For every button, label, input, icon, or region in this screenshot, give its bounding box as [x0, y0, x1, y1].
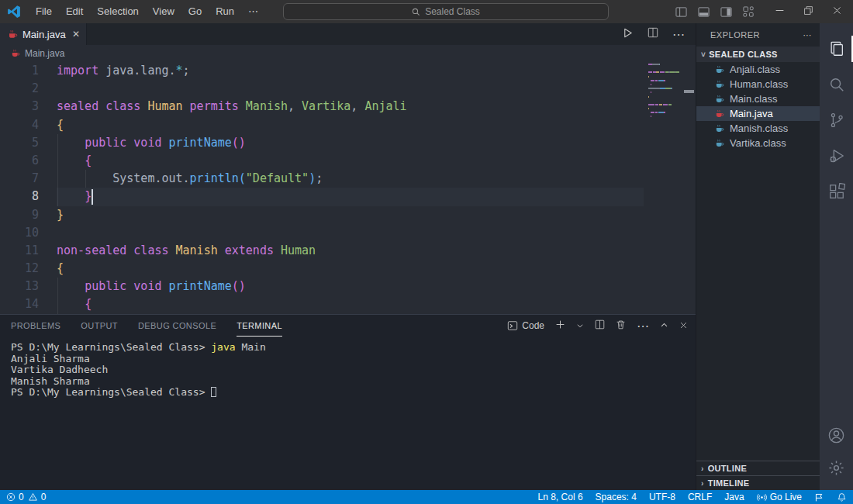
- explorer-activity-icon[interactable]: [820, 33, 853, 65]
- code-line-12: 12{: [0, 260, 696, 278]
- code-editor[interactable]: 1import java.lang.*;23sealed class Human…: [0, 62, 696, 314]
- settings-gear-icon[interactable]: [820, 451, 853, 484]
- code-line-2: 2: [0, 80, 696, 98]
- terminal-output[interactable]: PS D:\My Learnings\Sealed Class> java Ma…: [0, 337, 696, 399]
- broadcast-icon: [757, 492, 767, 502]
- menu-selection[interactable]: Selection: [90, 0, 145, 23]
- eol-sequence[interactable]: CRLF: [688, 492, 712, 502]
- command-center-search[interactable]: Sealed Class: [283, 3, 609, 20]
- bottom-panel: PROBLEMS OUTPUT DEBUG CONSOLE TERMINAL C…: [0, 314, 696, 490]
- overview-ruler-cursor-mark: [684, 90, 694, 93]
- explorer-more-actions-icon[interactable]: ⋯: [803, 30, 813, 40]
- close-panel-icon[interactable]: [679, 319, 688, 333]
- encoding[interactable]: UTF-8: [649, 492, 675, 502]
- tab-close-icon[interactable]: ✕: [72, 29, 80, 40]
- code-text: {: [39, 295, 92, 313]
- tab-bar: Main.java ✕ ⋯: [0, 23, 696, 45]
- split-editor-icon[interactable]: [648, 27, 658, 41]
- line-number: 13: [0, 278, 39, 295]
- run-file-button[interactable]: [622, 27, 634, 42]
- restore-button[interactable]: [803, 5, 813, 19]
- outline-section[interactable]: › OUTLINE: [696, 461, 820, 475]
- tab-output[interactable]: OUTPUT: [81, 315, 118, 337]
- line-number: 6: [0, 152, 39, 170]
- more-actions-icon[interactable]: ⋯: [672, 27, 685, 42]
- maximize-panel-icon[interactable]: [660, 319, 668, 333]
- run-debug-activity-icon[interactable]: [820, 140, 853, 172]
- timeline-section[interactable]: › TIMELINE: [696, 475, 820, 490]
- new-terminal-button[interactable]: [555, 319, 565, 333]
- cursor-position[interactable]: Ln 8, Col 6: [538, 492, 583, 502]
- customize-layout-icon[interactable]: [743, 6, 755, 18]
- search-activity-icon[interactable]: [820, 68, 853, 101]
- file-row-main-java[interactable]: Main.java: [696, 106, 820, 121]
- explorer-title: EXPLORER: [710, 30, 760, 40]
- tab-main-java[interactable]: Main.java ✕: [0, 23, 87, 45]
- tab-problems[interactable]: PROBLEMS: [11, 315, 60, 337]
- menu-go[interactable]: Go: [181, 0, 209, 23]
- vscode-window: File Edit Selection View Go Run ⋯ ← → Se…: [0, 0, 853, 504]
- class-file-icon: [715, 95, 724, 104]
- menu-run[interactable]: Run: [209, 0, 241, 23]
- code-text: System.out.println("Default");: [39, 170, 323, 188]
- terminal-shell-button[interactable]: Code: [507, 320, 544, 331]
- account-icon[interactable]: [820, 419, 853, 451]
- minimap-line: [648, 84, 681, 85]
- activity-bar: [820, 23, 853, 490]
- file-row-anjali-class[interactable]: Anjali.class: [696, 62, 820, 77]
- line-number: 12: [0, 260, 39, 278]
- file-name: Vartika.class: [730, 137, 786, 149]
- minimize-button[interactable]: [775, 5, 785, 19]
- file-row-manish-class[interactable]: Manish.class: [696, 121, 820, 136]
- file-row-main-class[interactable]: Main.class: [696, 91, 820, 106]
- go-live-label: Go Live: [770, 492, 802, 502]
- split-terminal-icon[interactable]: [595, 319, 605, 333]
- toggle-sidebar-icon[interactable]: [675, 6, 687, 18]
- terminal-line: Anjali Sharma: [11, 354, 696, 365]
- tab-terminal[interactable]: TERMINAL: [237, 315, 282, 337]
- folder-section-header[interactable]: ˅ SEALED CLASS: [696, 47, 820, 62]
- breadcrumb[interactable]: Main.java: [0, 45, 696, 62]
- menu-file[interactable]: File: [29, 0, 59, 23]
- line-number: 3: [0, 98, 39, 116]
- kill-terminal-icon[interactable]: [616, 319, 626, 333]
- code-line-11: 11non-sealed class Manish extends Human: [0, 242, 696, 260]
- explorer-sidebar: EXPLORER ⋯ ˅ SEALED CLASS Anjali.class H…: [696, 23, 820, 490]
- file-name: Main.class: [730, 93, 777, 105]
- error-icon: [6, 492, 16, 502]
- go-live-button[interactable]: Go Live: [757, 492, 802, 502]
- toggle-panel-icon[interactable]: [698, 6, 710, 18]
- menu-overflow[interactable]: ⋯: [241, 0, 265, 23]
- problems-errors[interactable]: 0: [6, 492, 24, 502]
- toggle-secondary-sidebar-icon[interactable]: [720, 6, 732, 18]
- source-control-activity-icon[interactable]: [820, 104, 853, 136]
- feedback-flag-icon[interactable]: [814, 492, 824, 502]
- code-line-9: 9}: [0, 206, 696, 224]
- file-name: Main.java: [730, 108, 773, 119]
- line-number: 9: [0, 206, 39, 224]
- file-row-vartika-class[interactable]: Vartika.class: [696, 136, 820, 150]
- line-number: 4: [0, 116, 39, 134]
- problems-warnings[interactable]: 0: [28, 492, 47, 502]
- minimap[interactable]: [648, 64, 681, 120]
- tab-debug-console[interactable]: DEBUG CONSOLE: [138, 315, 216, 337]
- indentation[interactable]: Spaces: 4: [596, 492, 637, 502]
- file-row-human-class[interactable]: Human.class: [696, 77, 820, 91]
- timeline-label: TIMELINE: [708, 478, 750, 488]
- menu-edit[interactable]: Edit: [59, 0, 90, 23]
- minimap-line: [648, 67, 681, 69]
- minimap-line: [648, 71, 681, 73]
- code-text: public void printName(): [39, 278, 246, 295]
- minimap-line: [648, 88, 681, 89]
- extensions-activity-icon[interactable]: [820, 175, 853, 208]
- language-mode[interactable]: Java: [724, 492, 744, 502]
- code-line-14: 14 {: [0, 295, 696, 313]
- notifications-bell-icon[interactable]: [837, 492, 847, 502]
- vscode-logo-icon: [7, 5, 21, 19]
- terminal-dropdown-chevron-icon[interactable]: [576, 319, 584, 333]
- close-window-button[interactable]: [832, 5, 842, 19]
- title-bar: File Edit Selection View Go Run ⋯ ← → Se…: [0, 0, 853, 23]
- text-cursor: [92, 189, 93, 205]
- menu-view[interactable]: View: [146, 0, 181, 23]
- panel-more-actions-icon[interactable]: ⋯: [637, 319, 649, 333]
